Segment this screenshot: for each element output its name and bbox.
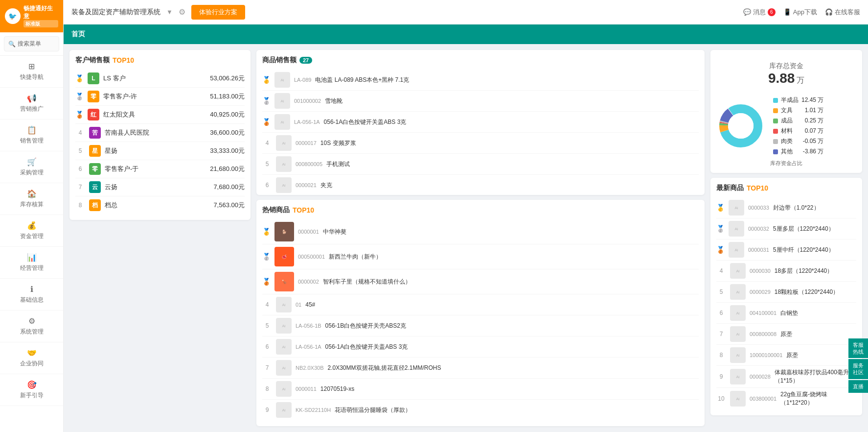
basic-info-icon: ℹ: [30, 285, 33, 294]
newest-products-card: 最新商品 TOP10 🥇 Ai 0000033 封边带（1.0*22） 🥈 Ai…: [710, 178, 862, 415]
rank-name-4: 苦南县人民医院: [105, 128, 206, 137]
new-product-img-6: Ai: [730, 305, 746, 321]
sales-product-2: 🥈 Ai 001000002 雪地靴: [262, 91, 699, 112]
cs-community-button[interactable]: 服务社区: [848, 359, 868, 379]
new-product-img-9: Ai: [730, 369, 746, 384]
legend-3: 成品 0.25 万: [773, 117, 823, 125]
rank-name-5: 星扬: [105, 146, 206, 155]
breadcrumb-home[interactable]: 首页: [71, 30, 85, 39]
search-menu-button[interactable]: 🔍 搜索菜单: [4, 36, 59, 51]
inventory-value: 9.88: [768, 71, 795, 86]
page-content: 客户销售额 TOP10 🥇 L LS 客户 53,006.26元 🥈 零 零售客…: [64, 44, 868, 432]
donut-chart: [716, 101, 765, 150]
sales-product-1: 🥇 Ai LA-089 电池盖 LA-089 ABS本色+黑种 7.1克: [262, 70, 699, 91]
sales-badge: 27: [299, 57, 312, 64]
app-download-button[interactable]: 📱 App下载: [783, 8, 817, 17]
search-icon: 🔍: [8, 41, 16, 48]
rank-amount-4: 36,600.00元: [210, 128, 245, 137]
customer-ranking-title: 客户销售额 TOP10: [75, 56, 245, 65]
message-button[interactable]: 💬 消息 6: [743, 8, 776, 17]
floating-customer-service: 客服热线 服务社区 直播: [848, 338, 868, 393]
sidebar-navigation: ⊞ 快捷导航 📢 营销推广 📋 销售管理 🛒 采购管理 🏠 库存核算 💰 资金管…: [0, 56, 63, 432]
guide-icon: 🎯: [27, 380, 37, 389]
donut-legend: 半成品 12.45 万 文具 1.01 万 成品 0.25 万: [773, 96, 823, 156]
legend-6: 其他 -3.86 万: [773, 147, 823, 156]
inventory-icon: 🏠: [27, 189, 37, 198]
sales-products-title: 商品销售额 27: [262, 56, 699, 65]
rank-amount-5: 33,333.00元: [210, 146, 245, 155]
sidebar-item-finance[interactable]: 💰 资金管理: [0, 215, 63, 247]
sales-product-5: 5 Ai 000800005 手机测试: [262, 154, 699, 175]
product-img-5: Ai: [276, 156, 292, 172]
breadcrumb-bar: 首页: [64, 24, 868, 44]
online-service-button[interactable]: 🎧 在线客服: [825, 8, 860, 17]
hot-img-7: Ai: [276, 360, 292, 376]
system-name: 装备及固定资产辅助管理系统: [71, 8, 160, 17]
hot-img-3: 🍗: [274, 272, 294, 291]
rank-row-8: 8 档 档总 7,563.00元: [75, 196, 245, 214]
hot-img-4: Ai: [276, 297, 292, 312]
hot-product-8: 8 Ai 0000011 12070519-xs: [262, 379, 699, 400]
experience-button[interactable]: 体验行业方案: [191, 5, 245, 20]
rank-name-2: 零售客户-许: [103, 92, 206, 101]
rank-name-6: 零售客户-于: [105, 165, 206, 173]
legend-dot-3: [773, 119, 778, 123]
rank-row-2: 🥈 零 零售客户-许 51,183.00元: [75, 88, 245, 106]
rank-name-3: 红太阳文具: [103, 110, 206, 119]
product-img-4: Ai: [276, 135, 292, 151]
sidebar-item-sales[interactable]: 📋 销售管理: [0, 120, 63, 151]
new-product-img-4: Ai: [730, 263, 746, 279]
hot-product-5: 5 Ai LA-056-1B 056-1B白色按键开关壳ABS2克: [262, 315, 699, 336]
rank-amount-8: 7,563.00元: [213, 201, 245, 210]
dropdown-arrow-icon: ▼: [166, 8, 173, 16]
hot-product-3: 🥉 🍗 0000002 智利车子里（规格不知道填什么）: [262, 269, 699, 294]
new-product-5: 5 Ai 0000029 18颗粒板（1220*2440）: [716, 282, 856, 303]
sidebar-item-quick-nav[interactable]: ⊞ 快捷导航: [0, 56, 63, 88]
new-product-8: 8 Ai 10000100001 原垄: [716, 345, 856, 366]
sidebar-item-basic-info[interactable]: ℹ 基础信息: [0, 279, 63, 311]
product-img-1: Ai: [274, 72, 290, 88]
message-icon: 💬: [743, 8, 751, 16]
legend-5: 肉类 -0.05 万: [773, 137, 823, 145]
sidebar-item-system[interactable]: ⚙ 系统管理: [0, 311, 63, 342]
sidebar-item-inventory[interactable]: 🏠 库存核算: [0, 183, 63, 215]
avatar-6: 零: [89, 163, 101, 175]
cs-hotline-button[interactable]: 客服热线: [848, 338, 868, 359]
rank-name-1: LS 客户: [103, 74, 206, 83]
right-panel: 库存总资金 9.88 万: [710, 50, 862, 426]
enterprise-icon: 🤝: [27, 348, 37, 358]
rank-row-6: 6 零 零售客户-于 21,680.00元: [75, 160, 245, 178]
avatar-1: L: [88, 72, 99, 84]
new-product-2: 🥈 Ai 0000032 5厘多层（1220*2440）: [716, 218, 856, 240]
operations-icon: 📊: [27, 253, 37, 262]
rank-row-3: 🥉 红 红太阳文具 40,925.00元: [75, 106, 245, 124]
sidebar-item-purchase[interactable]: 🛒 采购管理: [0, 151, 63, 183]
message-badge: 6: [768, 8, 776, 16]
cs-live-button[interactable]: 直播: [848, 380, 868, 393]
mobile-icon: 📱: [783, 8, 791, 16]
sidebar-item-guide[interactable]: 🎯 新手引导: [0, 374, 63, 406]
settings-icon[interactable]: ⚙: [179, 7, 185, 17]
hot-img-8: Ai: [276, 381, 292, 397]
inventory-total: 库存总资金 9.88 万: [716, 56, 856, 92]
sidebar-item-marketing[interactable]: 📢 营销推广: [0, 88, 63, 120]
avatar-5: 星: [89, 145, 101, 157]
topbar: 装备及固定资产辅助管理系统 ▼ ⚙ 体验行业方案 💬 消息 6 📱 App下载 …: [64, 0, 868, 24]
product-img-2: Ai: [274, 93, 290, 109]
medal-2: 🥈: [262, 97, 271, 105]
new-product-4: 4 Ai 0000030 18多层（1220*2440）: [716, 261, 856, 282]
quick-nav-icon: ⊞: [28, 62, 35, 71]
sidebar-item-enterprise[interactable]: 🤝 企业协同: [0, 342, 63, 374]
sales-products-list: 🥇 Ai LA-089 电池盖 LA-089 ABS本色+黑种 7.1克 🥈 A…: [262, 70, 699, 195]
sales-icon: 📋: [27, 125, 37, 135]
sidebar-item-operations[interactable]: 📊 经营管理: [0, 247, 63, 279]
sales-product-4: 4 Ai 0000017 10S 变频罗浆: [262, 133, 699, 154]
rank-amount-2: 51,183.00元: [210, 92, 245, 101]
hot-img-2: 🥩: [274, 247, 294, 266]
hot-products-list: 🥇 🐕 0000001 中华神獒 🥈 🥩 000500001 新西兰牛肉（新牛）…: [262, 219, 699, 420]
new-product-9: 9 Ai 0000028 体裁嘉枝味苏打饮品400毫升（1*15）: [716, 366, 856, 388]
newest-products-title: 最新商品 TOP10: [716, 184, 856, 192]
sidebar-logo: 🐦 畅捷通好生意 标准版: [0, 0, 63, 32]
inventory-label: 库存总资金: [769, 62, 803, 70]
legend-dot-2: [773, 108, 778, 113]
